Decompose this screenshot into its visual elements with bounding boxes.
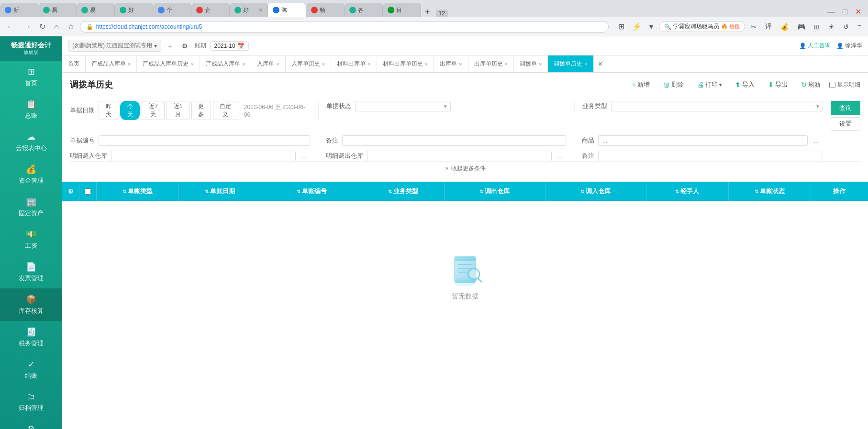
th-out-wh[interactable]: ⇅ 调出仓库 [445,182,545,201]
company-settings-button[interactable]: ⚙ [179,41,191,51]
close-all-tabs-button[interactable]: × [594,55,606,72]
refresh-button-page[interactable]: ↻ 刷新 [796,78,825,91]
new-button[interactable]: + 新增 [627,78,655,91]
page-tab-11[interactable]: 调拨单历史 × [548,55,593,73]
page-tab-7[interactable]: 材料出库单历史 × [377,55,434,73]
scissors-button[interactable]: ✂ [748,22,759,32]
user-info[interactable]: 👤 徐泽华 [836,42,862,50]
dropdown-button[interactable]: ▾ [646,21,656,32]
menu-button[interactable]: ≡ [855,22,864,32]
biz-type-select[interactable] [611,101,823,111]
extensions-button[interactable]: ⊞ [615,21,627,32]
page-tab-5[interactable]: 入库单历史 × [286,55,331,73]
goods-input[interactable] [598,135,808,146]
goods-ellipsis[interactable]: … [812,137,822,144]
page-tab-10[interactable]: 调拨单 × [514,55,548,73]
remark2-input[interactable] [598,151,822,161]
period-value[interactable]: 2021-10 📅 [210,41,249,51]
service-button[interactable]: 👤 人工咨询 [799,42,831,50]
browser-tab-8[interactable]: 腾 [268,3,306,17]
page-tab-2[interactable]: 产成品入库单历史 × [137,55,200,73]
date-btn-today[interactable]: 今天 [120,101,140,120]
page-tab-1[interactable]: 产成品入库单 × [86,55,137,73]
new-tab-button[interactable]: + [421,7,434,17]
filter-settings-button[interactable]: 设置 [831,117,860,131]
th-no[interactable]: ⇅ 单账编号 [261,182,362,201]
wallet-button[interactable]: 💰 [778,22,791,32]
th-in-wh[interactable]: ⇅ 调入仓库 [545,182,646,201]
forward-button[interactable]: → [20,22,33,32]
page-tab-5-close[interactable]: × [322,61,325,67]
th-biz[interactable]: ⇅ 业务类型 [362,182,445,201]
import-button[interactable]: ⬆ 导入 [730,78,759,91]
in-warehouse-input[interactable] [111,151,296,161]
lightning-button[interactable]: ⚡ [629,21,645,32]
query-button[interactable]: 查询 [831,101,860,115]
page-tab-4-close[interactable]: × [276,61,279,67]
th-status[interactable]: ⇅ 单账状态 [729,182,811,201]
bookmark-button[interactable]: ☆ [65,21,77,32]
out-warehouse-input[interactable] [367,151,552,161]
translate-button[interactable]: 译 [762,22,775,32]
game-button[interactable]: 🎮 [794,22,808,32]
remark-input[interactable] [342,135,566,146]
undo-button[interactable]: ↺ [840,22,852,32]
sidebar-item-home[interactable]: ⊞ 首页 [0,61,62,93]
sidebar-item-settings[interactable]: ⚙ 基础设置 [0,418,62,429]
theme-button[interactable]: ☀ [825,22,837,32]
page-tab-11-close[interactable]: × [584,61,587,67]
browser-tab-6[interactable]: 企 [191,3,230,17]
page-tab-3-close[interactable]: × [242,61,245,67]
th-gear[interactable]: ⚙ [62,182,79,201]
browser-tab-2[interactable]: 易 [38,3,77,17]
th-date[interactable]: ⇅ 单账日期 [179,182,261,201]
select-all-checkbox[interactable] [85,188,91,195]
page-tab-4[interactable]: 入库单 × [251,55,285,73]
date-btn-1month[interactable]: 近1月 [167,101,189,120]
page-tab-9[interactable]: 出库单历史 × [468,55,514,73]
delete-button[interactable]: 🗑 删除 [658,78,689,91]
date-btn-more[interactable]: 更多 [191,101,211,120]
doc-no-input[interactable] [99,135,310,146]
out-warehouse-ellipsis[interactable]: … [556,152,566,160]
sidebar-item-inventory[interactable]: 📦 库存核算 [0,288,62,321]
export-button[interactable]: ⬇ 导出 [763,78,792,91]
browser-tab-4[interactable]: 好 [115,3,153,17]
browser-tab-11[interactable]: 目 [383,3,421,17]
page-tab-8-close[interactable]: × [459,61,462,67]
grid-button[interactable]: ⊞ [811,22,823,32]
in-warehouse-ellipsis[interactable]: … [300,152,310,160]
status-select[interactable] [355,101,451,111]
th-type[interactable]: ⇅ 单账类型 [97,182,179,201]
sidebar-item-tax[interactable]: 🧾 税务管理 [0,321,62,353]
sidebar-item-assets[interactable]: 🏢 固定资产 [0,191,62,223]
address-bar[interactable]: 🔒 https://cloud.chanjet.com/accounting/u… [80,21,609,33]
date-btn-yesterday[interactable]: 昨天 [99,101,118,120]
add-company-button[interactable]: + [165,41,175,51]
sidebar-item-payroll[interactable]: 💵 工资 [0,223,62,256]
page-tab-6-close[interactable]: × [367,61,370,67]
sidebar-item-closing[interactable]: ✓ 结账 [0,353,62,386]
close-tab-7[interactable]: ✕ [258,7,263,13]
page-tab-home[interactable]: 首页 [62,55,86,73]
sidebar-item-funds[interactable]: 💰 资金管理 [0,158,62,191]
browser-tab-3[interactable]: 易 [77,3,115,17]
close-button[interactable]: ✕ [852,6,864,17]
refresh-button[interactable]: ↻ [36,21,48,32]
date-btn-custom[interactable]: 自定义 [213,101,238,120]
sidebar-item-ledger[interactable]: 📋 总账 [0,93,62,126]
page-tab-9-close[interactable]: × [505,61,508,67]
browser-tab-10[interactable]: 各 [345,3,383,17]
page-tab-6[interactable]: 材料出库单 × [331,55,377,73]
page-tab-7-close[interactable]: × [425,61,428,67]
back-button[interactable]: ← [4,22,17,32]
display-checkbox[interactable] [829,82,835,88]
th-handler[interactable]: ⇅ 经手人 [646,182,729,201]
page-tab-1-close[interactable]: × [128,61,131,67]
company-selector[interactable]: (勿删勿禁用) 江西服宝测试专用 ▾ [68,40,161,52]
home-button[interactable]: ⌂ [51,22,62,32]
sidebar-item-archive[interactable]: 🗂 归档管理 [0,386,62,418]
browser-search-box[interactable]: 🔍 学霸应聘场驱鸟员 🔥 热搜 [659,21,745,32]
page-tab-10-close[interactable]: × [539,61,542,67]
browser-tab-5[interactable]: 个 [153,3,191,17]
